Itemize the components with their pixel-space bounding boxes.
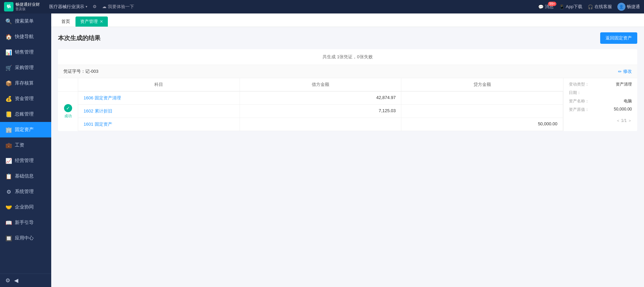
sidebar-item-label: 工资	[15, 142, 24, 148]
asset-name-row: 资产名称： 电脑	[569, 98, 632, 104]
sidebar: 🔍 搜索菜单 🏠 快捷导航 📊 销售管理 🛒 采购管理 📦 库存核算 💰 资金管…	[0, 13, 51, 287]
edit-voucher-button[interactable]: ✏ 修改	[618, 68, 632, 74]
sidebar-item-enterprise[interactable]: 🤝 企业协同	[0, 199, 51, 215]
row1-debit: 42,874.97	[240, 92, 402, 104]
avatar: 👤	[617, 3, 625, 11]
sidebar-item-apps[interactable]: 🔲 应用中心	[0, 230, 51, 246]
sidebar-item-purchase[interactable]: 🛒 采购管理	[0, 60, 51, 75]
box-icon: 📦	[5, 80, 12, 87]
table-main-area: 科目 借方金额 贷方金额	[58, 78, 563, 131]
settings-bottom-icon[interactable]: ⚙	[5, 277, 10, 284]
sidebar-item-label: 销售管理	[15, 49, 34, 55]
sidebar-item-funds[interactable]: 💰 资金管理	[0, 91, 51, 106]
sidebar-item-label: 企业协同	[15, 204, 34, 210]
sidebar-item-label: 资金管理	[15, 96, 34, 102]
prev-page-icon[interactable]: ＜	[616, 118, 620, 123]
row3-subject: 1601 固定资产	[78, 118, 240, 131]
sidebar-item-ledger[interactable]: 📒 总账管理	[0, 106, 51, 122]
online-service-btn[interactable]: 🎧 在线客服	[588, 4, 612, 10]
app-title: 畅捷通好业财	[16, 2, 40, 7]
original-value-row: 资产原值： 50,000.00	[569, 107, 632, 113]
trend-icon: 📈	[5, 157, 12, 164]
voucher-number: 凭证字号：记-003	[63, 68, 98, 74]
voucher-header: 凭证字号：记-003 ✏ 修改	[58, 65, 637, 78]
result-card: 凭证字号：记-003 共生成 1张凭证，0张失败 凭证字号：记-003 ✏ 修改	[58, 49, 637, 131]
handshake-icon: 🤝	[5, 204, 12, 211]
message-btn[interactable]: 💬 消息 99+	[538, 4, 554, 10]
return-fixed-assets-button[interactable]: 返回固定资产	[600, 32, 637, 44]
logo-area: 畅 畅捷通好业财 普及版	[4, 2, 40, 11]
logo-icon: 畅	[4, 2, 13, 11]
date-row: 日期：	[569, 90, 632, 96]
tab-asset-mgmt[interactable]: 资产管理 ✕	[75, 17, 108, 27]
home-icon: 🏠	[5, 33, 12, 40]
success-icon: ✓	[64, 104, 72, 112]
message-icon: 💬	[538, 4, 544, 9]
result-summary: 凭证字号：记-003 共生成 1张凭证，0张失败	[58, 49, 637, 65]
row2-subject: 1602 累计折旧	[78, 105, 240, 118]
change-type-label: 变动类型：	[569, 82, 589, 87]
page-info: 1/1	[621, 118, 628, 123]
sidebar-item-quick-nav[interactable]: 🏠 快捷导航	[0, 29, 51, 44]
original-value-value: 50,000.00	[614, 107, 632, 113]
table-row: 1606 固定资产清理 42,874.97	[78, 92, 563, 105]
col-debit: 借方金额	[240, 78, 402, 91]
sidebar-item-basic-info[interactable]: 📋 基础信息	[0, 168, 51, 184]
guide-icon: 📖	[5, 219, 12, 226]
sidebar-item-label: 采购管理	[15, 65, 34, 71]
user-btn[interactable]: 👤 畅捷通	[617, 3, 640, 11]
sidebar-item-system[interactable]: ⚙ 系统管理	[0, 184, 51, 199]
table-row: 1601 固定资产 50,000.00	[78, 118, 563, 131]
row3-credit: 50,000.00	[401, 118, 563, 131]
voucher-table: 科目 借方金额 贷方金额	[58, 78, 637, 131]
building-icon: 🏢	[5, 126, 12, 133]
company-name: 医疗器械行业演示	[49, 4, 84, 10]
chevron-down-icon: ▾	[86, 5, 87, 8]
sidebar-item-label: 基础信息	[15, 173, 34, 179]
row3-debit	[240, 118, 402, 131]
page-content: 本次生成的结果 返回固定资产 凭证字号：记-003 共生成 1张凭证，0张失败 …	[51, 27, 644, 287]
row2-debit: 7,125.03	[240, 105, 402, 118]
sidebar-item-inventory[interactable]: 📦 库存核算	[0, 75, 51, 91]
tab-home[interactable]: 首页	[57, 17, 75, 27]
sidebar-item-guide[interactable]: 📖 新手引导	[0, 215, 51, 230]
sidebar-item-label: 库存核算	[15, 80, 34, 86]
top-bar: 畅 畅捷通好业财 普及版 医疗器械行业演示 ▾ ⚙ ☁ 我要体验一下 💬 消息 …	[0, 0, 644, 13]
tab-close-icon[interactable]: ✕	[100, 19, 103, 24]
app-download-btn[interactable]: 📱 App下载	[559, 4, 582, 10]
company-selector[interactable]: 医疗器械行业演示 ▾	[49, 4, 87, 10]
original-value-label: 资产原值：	[569, 107, 589, 113]
pagination: ＜ 1/1 ＞	[569, 115, 632, 126]
change-type-value: 资产清理	[616, 82, 632, 87]
date-label: 日期：	[569, 90, 581, 96]
sidebar-item-sales[interactable]: 📊 销售管理	[0, 44, 51, 60]
top-bar-right: 💬 消息 99+ 📱 App下载 🎧 在线客服 👤 畅捷通	[538, 3, 640, 11]
chart-icon: 📊	[5, 49, 12, 56]
sidebar-item-salary[interactable]: 💼 工资	[0, 137, 51, 153]
experience-button[interactable]: ☁ 我要体验一下	[102, 4, 134, 10]
money-icon: 💰	[5, 95, 12, 102]
col-credit: 贷方金额	[401, 78, 563, 91]
sidebar-item-label: 新手引导	[15, 220, 34, 226]
table-row: 1602 累计折旧 7,125.03	[78, 105, 563, 118]
success-label: 成功	[64, 114, 72, 119]
row2-credit	[401, 105, 563, 118]
cart-icon: 🛒	[5, 64, 12, 71]
settings-icon[interactable]: ⚙	[90, 2, 99, 11]
clipboard-icon: 📋	[5, 173, 12, 180]
data-rows: 1606 固定资产清理 42,874.97 1602 累计折旧 7,125.03	[78, 92, 563, 131]
col-subject: 科目	[78, 78, 240, 91]
sidebar-item-label: 总账管理	[15, 111, 34, 117]
fold-icon[interactable]: ◀	[14, 277, 18, 284]
row1-credit	[401, 92, 563, 104]
next-page-icon[interactable]: ＞	[628, 118, 632, 123]
voucher-section: 凭证字号：记-003 ✏ 修改	[58, 65, 637, 131]
table-data-section: ✓ 成功 1606 固定资产清理 42,874.97	[58, 92, 563, 131]
sidebar-item-fixed-assets[interactable]: 🏢 固定资产	[0, 122, 51, 137]
asset-name-label: 资产名称：	[569, 98, 589, 104]
app-version: 普及版	[16, 7, 40, 11]
change-type-row: 变动类型： 资产清理	[569, 82, 632, 87]
sidebar-item-label: 固定资产	[15, 127, 34, 133]
sidebar-item-search[interactable]: 🔍 搜索菜单	[0, 13, 51, 29]
sidebar-item-operations[interactable]: 📈 经营管理	[0, 153, 51, 168]
